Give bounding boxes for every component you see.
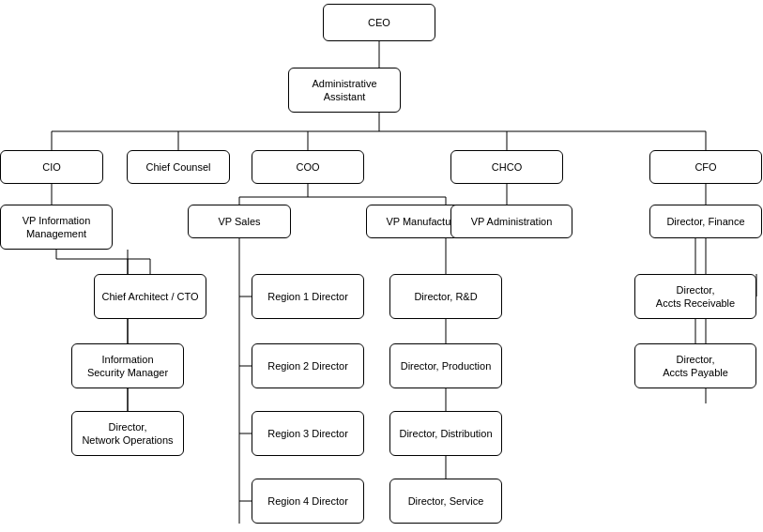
node-dir_dist: Director, Distribution	[389, 411, 502, 456]
node-dir_accts_rec: Director,Accts Receivable	[634, 274, 756, 319]
node-vp_sales: VP Sales	[188, 205, 291, 238]
node-vp_info_mgmt: VP InformationManagement	[0, 205, 113, 250]
node-dir_svc: Director, Service	[389, 479, 502, 524]
node-cio: CIO	[0, 150, 103, 184]
node-dir_net_ops: Director,Network Operations	[71, 411, 184, 456]
node-dir_finance: Director, Finance	[649, 205, 762, 238]
node-coo: COO	[252, 150, 364, 184]
node-cfo: CFO	[649, 150, 762, 184]
node-region2: Region 2 Director	[252, 343, 364, 388]
node-dir_accts_pay: Director,Accts Payable	[634, 343, 756, 388]
node-chief_counsel: Chief Counsel	[127, 150, 230, 184]
node-chief_arch: Chief Architect / CTO	[94, 274, 206, 319]
node-ceo: CEO	[323, 4, 435, 41]
node-region3: Region 3 Director	[252, 411, 364, 456]
org-chart: CEOAdministrativeAssistantCIOChief Couns…	[0, 0, 763, 532]
node-info_sec_mgr: InformationSecurity Manager	[71, 343, 184, 388]
node-chco: CHCO	[450, 150, 563, 184]
node-admin_asst: AdministrativeAssistant	[288, 68, 401, 113]
node-dir_rd: Director, R&D	[389, 274, 502, 319]
node-dir_prod: Director, Production	[389, 343, 502, 388]
node-region1: Region 1 Director	[252, 274, 364, 319]
node-region4: Region 4 Director	[252, 479, 364, 524]
node-vp_admin: VP Administration	[450, 205, 572, 238]
